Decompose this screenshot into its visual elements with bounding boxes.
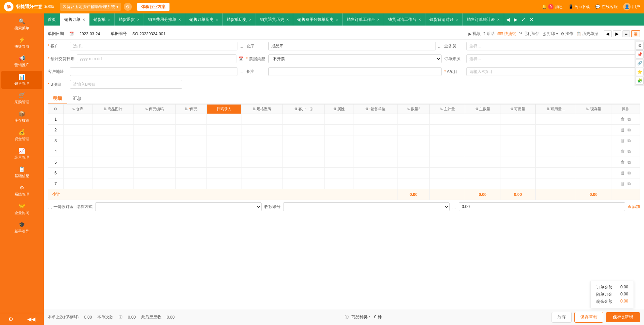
row-code[interactable]: [134, 125, 175, 135]
row-stock[interactable]: [576, 168, 611, 178]
tab-close-all-button[interactable]: ✕: [528, 13, 536, 26]
row-customer-code[interactable]: [283, 135, 325, 146]
row-spec[interactable]: [241, 168, 282, 178]
row-qty2[interactable]: [397, 178, 430, 189]
row-code[interactable]: [134, 114, 175, 125]
tab-2[interactable]: 销货单✕: [89, 13, 115, 26]
row-customer-code[interactable]: [283, 157, 325, 168]
row-product[interactable]: [175, 178, 206, 189]
discard-button[interactable]: 放弃: [552, 312, 572, 323]
shortcut-button[interactable]: ⌨ 快捷键: [497, 31, 516, 37]
row-stock[interactable]: [576, 114, 611, 125]
row-main-qty[interactable]: [465, 114, 500, 125]
view-grid-icon[interactable]: ▦: [631, 30, 640, 37]
salesperson-input[interactable]: [466, 42, 640, 50]
right-panel-btn-2[interactable]: 📌: [636, 50, 644, 58]
save-new-button[interactable]: 保存&新增: [606, 312, 640, 322]
solution-button[interactable]: 体验行业方案: [137, 3, 169, 11]
col-scan[interactable]: 扫码录入: [206, 105, 241, 114]
tab-3[interactable]: 销货退货✕: [115, 13, 144, 26]
row-unit[interactable]: [353, 168, 397, 178]
row-attr[interactable]: [325, 114, 353, 125]
row-delete-icon[interactable]: 🗑: [620, 117, 626, 122]
row-warehouse[interactable]: [63, 178, 92, 189]
right-panel-btn-1[interactable]: ⚙: [636, 42, 644, 50]
tab-8[interactable]: 销售费用分摊单历史✕: [293, 13, 343, 26]
quick-payment-check[interactable]: 一键收订金: [48, 204, 74, 210]
tab-6[interactable]: 销货单历史✕: [223, 13, 256, 26]
row-main-qty[interactable]: [465, 135, 500, 146]
row-qty2[interactable]: [397, 168, 430, 178]
row-product[interactable]: [175, 157, 206, 168]
customer-input[interactable]: [70, 42, 237, 50]
sidebar-item-5[interactable]: 📦库存核算: [1, 108, 42, 126]
row-stock[interactable]: [576, 157, 611, 168]
sidebar-item-4[interactable]: 🛒采购管理: [1, 89, 42, 107]
row-main-unit[interactable]: [430, 146, 465, 157]
row-main-qty[interactable]: [465, 157, 500, 168]
row-customer-code[interactable]: [283, 114, 325, 125]
invoice-type-select[interactable]: 不开票: [268, 54, 442, 63]
row-available2[interactable]: [535, 146, 576, 157]
row-attr[interactable]: [325, 146, 353, 157]
row-product[interactable]: [175, 146, 206, 157]
customer-expand-icon[interactable]: ...: [239, 43, 243, 49]
tab-summary[interactable]: 汇总: [67, 93, 87, 104]
row-copy-icon[interactable]: ⧉: [627, 149, 631, 154]
online-service[interactable]: 💬 在线客服: [595, 4, 618, 10]
row-spec[interactable]: [241, 135, 282, 146]
row-available2[interactable]: [535, 125, 576, 135]
tab-11[interactable]: 钱货日清对账✕: [425, 13, 463, 26]
tab-5[interactable]: 销售订单历史✕: [185, 13, 223, 26]
address-expand-icon[interactable]: ...: [239, 69, 243, 74]
row-product[interactable]: [175, 168, 206, 178]
tab-1[interactable]: 销售订单✕: [60, 13, 89, 26]
project-a-input[interactable]: [466, 67, 640, 76]
row-attr[interactable]: [325, 178, 353, 189]
row-copy-icon[interactable]: ⧉: [627, 127, 631, 133]
row-main-qty[interactable]: [465, 178, 500, 189]
col-settings[interactable]: ⚙: [48, 105, 64, 114]
row-available[interactable]: [500, 178, 536, 189]
add-payment-button[interactable]: ⊕ 添加: [628, 204, 640, 210]
row-stock[interactable]: [576, 146, 611, 157]
row-available[interactable]: [500, 114, 536, 125]
save-draft-button[interactable]: 保存草稿: [574, 312, 603, 323]
row-main-qty[interactable]: [465, 168, 500, 178]
row-delete-icon[interactable]: 🗑: [620, 149, 626, 154]
sidebar-item-9[interactable]: ⚙系统管理: [1, 182, 42, 200]
row-product[interactable]: [175, 125, 206, 135]
row-main-unit[interactable]: [430, 125, 465, 135]
row-copy-icon[interactable]: ⧉: [627, 160, 631, 165]
row-available2[interactable]: [535, 178, 576, 189]
row-warehouse[interactable]: [63, 125, 92, 135]
row-available2[interactable]: [535, 157, 576, 168]
tab-10[interactable]: 钱货日清工作台✕: [384, 13, 425, 26]
row-spec[interactable]: [241, 146, 282, 157]
row-spec[interactable]: [241, 178, 282, 189]
operation-button[interactable]: ⚙ 操作: [561, 31, 573, 37]
row-warehouse[interactable]: [63, 146, 92, 157]
row-available[interactable]: [500, 146, 536, 157]
row-qty2[interactable]: [397, 125, 430, 135]
settlement-select[interactable]: [95, 202, 262, 211]
row-unit[interactable]: [353, 114, 397, 125]
order-source-input[interactable]: [466, 54, 640, 63]
settings-icon[interactable]: ⚙: [124, 3, 132, 11]
row-unit[interactable]: [353, 178, 397, 189]
row-stock[interactable]: [576, 178, 611, 189]
row-product[interactable]: [175, 135, 206, 146]
row-main-unit[interactable]: [430, 178, 465, 189]
row-delete-icon[interactable]: 🗑: [620, 127, 626, 132]
view-video-button[interactable]: ▶ 视频: [468, 31, 481, 37]
row-attr[interactable]: [325, 168, 353, 178]
sidebar-item-1[interactable]: ⚡快捷导航: [1, 34, 42, 52]
row-customer-code[interactable]: [283, 146, 325, 157]
user-avatar[interactable]: 👤 用户: [623, 3, 640, 10]
profit-button[interactable]: % 毛利预估: [519, 31, 540, 37]
row-code[interactable]: [134, 157, 175, 168]
right-panel-btn-3[interactable]: 🔗: [636, 59, 644, 67]
row-copy-icon[interactable]: ⧉: [627, 117, 631, 122]
row-main-unit[interactable]: [430, 135, 465, 146]
bank-expand-icon[interactable]: ...: [452, 204, 456, 209]
